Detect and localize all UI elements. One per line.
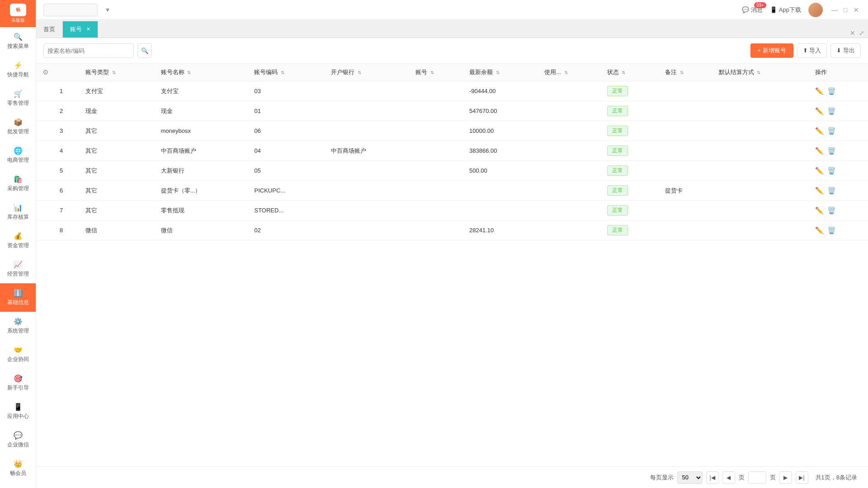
first-page-button[interactable]: |◀ <box>706 471 719 484</box>
add-account-button[interactable]: + 新增账号 <box>750 43 793 58</box>
edit-button[interactable]: ✏️ <box>815 226 824 235</box>
sidebar-item-fund-mgmt[interactable]: 💰 资金管理 <box>0 226 36 255</box>
sidebar-item-starter-guide[interactable]: 🎯 新手引导 <box>0 369 36 397</box>
cell-usage <box>539 181 601 201</box>
status-badge: 正常 <box>607 225 628 235</box>
cell-type: 其它 <box>80 201 155 221</box>
col-usage: 使用... ⇅ <box>539 64 601 81</box>
sidebar-item-retail-mgmt[interactable]: 🛒 零售管理 <box>0 84 36 113</box>
cell-no: 3 <box>54 121 80 141</box>
last-page-button[interactable]: ▶| <box>796 471 808 484</box>
sidebar-item-purchase-mgmt[interactable]: 🛍️ 采购管理 <box>0 169 36 198</box>
sort-icon-type[interactable]: ⇅ <box>112 70 116 75</box>
cell-code: PICKUPC... <box>249 181 326 201</box>
cell-settings <box>36 181 54 201</box>
export-button[interactable]: ⬇ 导出 <box>830 43 861 58</box>
import-button[interactable]: ⬆ 导入 <box>797 43 827 58</box>
close-button[interactable]: ✕ <box>852 5 861 14</box>
dropdown-icon[interactable]: ▾ <box>103 5 112 14</box>
cell-type: 其它 <box>80 181 155 201</box>
per-page-select[interactable]: 50 100 200 <box>677 471 703 484</box>
sort-icon-remark[interactable]: ⇅ <box>680 70 684 75</box>
tab-bar-expand-button[interactable]: ⤢ <box>857 28 866 38</box>
tab-bar-close-button[interactable]: ✕ <box>848 28 857 38</box>
sidebar-item-search-menu[interactable]: 🔍 搜索菜单 <box>0 27 36 56</box>
header-left: ▾ <box>43 4 112 16</box>
sidebar-item-label: 企业微信 <box>7 441 29 449</box>
header-search-input[interactable] <box>43 4 98 16</box>
sidebar-item-system-mgmt[interactable]: ⚙️ 系统管理 <box>0 312 36 340</box>
cell-status: 正常 <box>602 101 660 121</box>
edit-button[interactable]: ✏️ <box>815 167 824 175</box>
delete-button[interactable]: 🗑️ <box>827 167 836 175</box>
table-row: 5 其它 大新银行 05 500.00 正常 ✏️ 🗑️ <box>36 161 868 181</box>
sidebar-item-basic-info[interactable]: ℹ️ 基础信息 <box>0 283 36 312</box>
cell-remark <box>660 161 713 181</box>
sidebar-item-label: 采购管理 <box>7 185 29 192</box>
cell-remark <box>660 81 713 101</box>
cell-balance: 28241.10 <box>464 221 539 240</box>
cell-account <box>410 221 464 240</box>
edit-button[interactable]: ✏️ <box>815 147 824 155</box>
table-row: 2 现金 现金 01 547670.00 正常 ✏️ 🗑️ <box>36 101 868 121</box>
maximize-button[interactable]: □ <box>841 5 850 14</box>
col-remark: 备注 ⇅ <box>660 64 713 81</box>
col-settings: ⚙ <box>36 64 54 81</box>
col-bank: 开户银行 ⇅ <box>326 64 410 81</box>
tab-home[interactable]: 首页 <box>36 21 63 38</box>
delete-button[interactable]: 🗑️ <box>827 127 836 135</box>
tab-account[interactable]: 账号 ✕ <box>63 21 98 38</box>
cell-account <box>410 201 464 221</box>
sidebar-item-enterprise-agreement[interactable]: 🤝 企业协同 <box>0 340 36 369</box>
delete-button[interactable]: 🗑️ <box>827 226 836 235</box>
cell-type: 微信 <box>80 221 155 240</box>
app-download-button[interactable]: 📱 App下载 <box>770 6 801 14</box>
sort-icon-name[interactable]: ⇅ <box>187 70 191 75</box>
cell-name: 零售抵现 <box>156 201 249 221</box>
sort-icon-balance[interactable]: ⇅ <box>496 70 500 75</box>
sort-icon-code[interactable]: ⇅ <box>281 70 284 75</box>
delete-button[interactable]: 🗑️ <box>827 187 836 195</box>
next-page-button[interactable]: ▶ <box>779 471 792 484</box>
sidebar-item-ecommerce-mgmt[interactable]: 🌐 电商管理 <box>0 141 36 169</box>
table-row: 8 微信 微信 02 28241.10 正常 ✏️ 🗑️ <box>36 221 868 240</box>
sidebar-item-inventory-mgmt[interactable]: 📊 库存核算 <box>0 198 36 226</box>
sidebar-item-vip-member[interactable]: 👑 畅会员 <box>0 454 36 483</box>
delete-button[interactable]: 🗑️ <box>827 147 836 155</box>
sort-icon-settlement[interactable]: ⇅ <box>757 70 760 75</box>
delete-button[interactable]: 🗑️ <box>827 107 836 115</box>
edit-button[interactable]: ✏️ <box>815 127 824 135</box>
sidebar-item-ops-mgmt[interactable]: 📈 经营管理 <box>0 255 36 283</box>
cell-status: 正常 <box>602 121 660 141</box>
tab-close-icon[interactable]: ✕ <box>86 26 90 32</box>
fund-icon: 💰 <box>14 232 23 240</box>
phone-icon: 📱 <box>770 6 777 13</box>
cell-bank: 中百商场账户 <box>326 141 410 161</box>
sort-icon-status[interactable]: ⇅ <box>622 70 625 75</box>
edit-button[interactable]: ✏️ <box>815 187 824 195</box>
user-avatar[interactable] <box>808 3 823 17</box>
sidebar-item-app-center[interactable]: 📱 应用中心 <box>0 397 36 426</box>
search-input[interactable] <box>43 43 134 58</box>
cell-account <box>410 181 464 201</box>
sort-icon-account[interactable]: ⇅ <box>430 70 434 75</box>
cell-code: STORED... <box>249 201 326 221</box>
column-settings-button[interactable]: ⚙ <box>42 68 48 76</box>
search-button[interactable]: 🔍 <box>137 43 152 58</box>
msg-button[interactable]: 💬 消息 99+ <box>742 6 763 14</box>
delete-button[interactable]: 🗑️ <box>827 87 836 95</box>
page-input[interactable]: 1 <box>748 471 766 484</box>
minimize-button[interactable]: — <box>830 5 839 14</box>
prev-page-button[interactable]: ◀ <box>722 471 735 484</box>
sidebar-item-enterprise-wechat[interactable]: 💬 企业微信 <box>0 426 36 454</box>
sidebar-item-quick-nav[interactable]: ⚡ 快捷导航 <box>0 56 36 84</box>
delete-button[interactable]: 🗑️ <box>827 206 836 215</box>
edit-button[interactable]: ✏️ <box>815 87 824 95</box>
sort-icon-bank[interactable]: ⇅ <box>358 70 361 75</box>
accounts-table: ⚙ 账号类型 ⇅ 账号名称 ⇅ 账号编码 ⇅ <box>36 64 868 240</box>
cell-account <box>410 141 464 161</box>
sort-icon-usage[interactable]: ⇅ <box>564 70 568 75</box>
edit-button[interactable]: ✏️ <box>815 107 824 115</box>
edit-button[interactable]: ✏️ <box>815 206 824 215</box>
sidebar-item-wholesale-mgmt[interactable]: 📦 批发管理 <box>0 113 36 141</box>
